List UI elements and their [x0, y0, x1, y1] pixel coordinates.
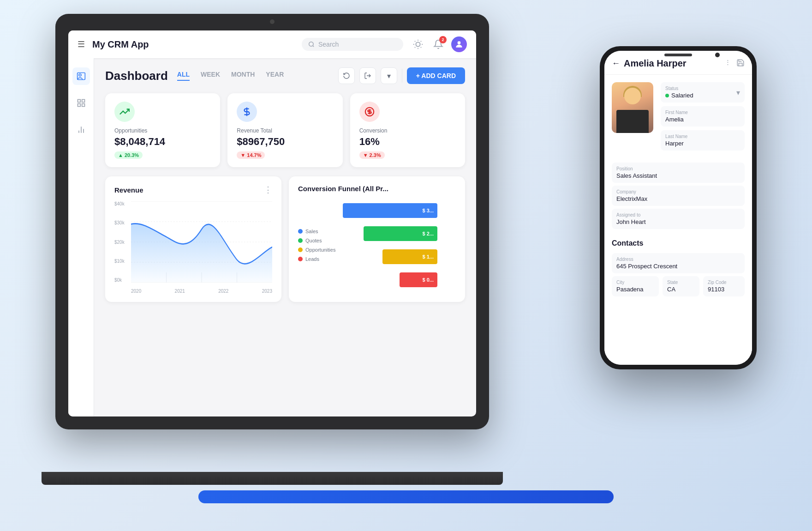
y-axis: $40k $30k $20k $10k $0k — [114, 201, 125, 283]
search-box[interactable]: Search — [302, 38, 403, 51]
conversion-badge: ▼ 2.3% — [359, 151, 385, 159]
header-icons: 2 — [411, 36, 467, 52]
add-card-button[interactable]: + ADD CARD — [407, 67, 465, 84]
company-value: ElectrixMax — [616, 195, 740, 202]
laptop-camera — [270, 19, 275, 24]
svg-rect-14 — [82, 100, 84, 103]
sidebar-item-contacts[interactable] — [72, 67, 90, 85]
svg-rect-11 — [77, 73, 85, 80]
assigned-label: Assigned to — [616, 212, 740, 217]
sidebar — [68, 58, 94, 416]
contact-nav-icons: ⋮ — [725, 59, 745, 68]
status-field: Status Salaried ▾ — [661, 82, 745, 103]
svg-rect-13 — [78, 100, 80, 103]
contact-info: Status Salaried ▾ First Na — [604, 75, 752, 239]
legend-sales: Sales — [298, 229, 335, 234]
save-icon[interactable] — [736, 59, 745, 68]
avatar[interactable] — [451, 36, 467, 52]
svg-line-4 — [415, 41, 415, 42]
tab-month[interactable]: MONTH — [231, 71, 255, 81]
bottom-bar — [198, 490, 614, 503]
revenue-chart-header: Revenue ⋮ — [114, 185, 272, 195]
funnel-bars: $ 3... $ 2... $ 1... $ 0... — [343, 199, 456, 291]
x-axis: 2020 2021 2022 2023 — [131, 289, 272, 294]
contact-fields: Status Salaried ▾ First Na — [661, 82, 745, 153]
search-placeholder: Search — [318, 41, 339, 48]
contacts-section: Contacts Address 645 Prospect Crescent C… — [604, 239, 752, 296]
city-label: City — [616, 280, 654, 285]
contact-detail-view: ← Amelia Harper ⋮ — [604, 51, 752, 365]
back-button[interactable]: ← — [612, 59, 620, 68]
state-value: CA — [667, 286, 695, 293]
svg-point-1 — [416, 42, 420, 46]
laptop-base — [42, 472, 503, 485]
status-label: Status — [665, 86, 693, 91]
position-label: Position — [616, 166, 740, 171]
svg-point-10 — [458, 41, 461, 44]
page-title: Dashboard — [105, 69, 168, 83]
revenue-value: $8967,750 — [237, 136, 333, 148]
address-value: 645 Prospect Crescent — [616, 263, 740, 270]
dashboard-actions: ▾ + ADD CARD — [338, 67, 465, 84]
opportunities-label: Opportunities — [114, 127, 211, 134]
position-value: Sales Assistant — [616, 172, 740, 179]
status-indicator — [665, 94, 669, 97]
legend-leads: Leads — [298, 256, 335, 262]
notification-bell[interactable]: 2 — [431, 37, 446, 52]
company-label: Company — [616, 189, 740, 194]
sidebar-item-charts[interactable] — [72, 121, 90, 139]
city-value: Pasadena — [616, 286, 654, 293]
import-button[interactable] — [359, 67, 376, 84]
first-name-value: Amelia — [665, 116, 740, 123]
zip-value: 91103 — [708, 286, 740, 293]
phone-speaker — [664, 54, 692, 56]
dropdown-arrow-button[interactable]: ▾ — [381, 67, 397, 84]
conversion-value: 16% — [359, 136, 456, 148]
sidebar-item-list[interactable] — [72, 94, 90, 112]
tab-week[interactable]: WEEK — [201, 71, 220, 81]
revenue-chart-card: Revenue ⋮ $40k $30k $20k $10k — [105, 176, 281, 302]
more-options-icon[interactable]: ⋮ — [725, 59, 731, 68]
funnel-chart: Sales Quotes Opportunities — [298, 199, 456, 291]
app-header: ☰ My CRM App Search — [68, 30, 476, 58]
last-name-field: Last Name Harper — [661, 130, 745, 151]
state-label: State — [667, 280, 695, 285]
city-field: City Pasadena — [612, 276, 659, 296]
revenue-badge: ▼ 14.7% — [237, 151, 265, 159]
conversion-icon — [359, 102, 380, 122]
tab-all[interactable]: ALL — [177, 71, 190, 81]
funnel-chart-header: Conversion Funnel (All Pr... — [298, 185, 456, 193]
zip-field: Zip Code 91103 — [703, 276, 745, 296]
assigned-field: Assigned to John Heart — [612, 209, 745, 229]
app-title: My CRM App — [92, 39, 294, 50]
tab-year[interactable]: YEAR — [266, 71, 284, 81]
svg-line-5 — [421, 47, 421, 48]
status-dropdown-icon[interactable]: ▾ — [736, 88, 740, 97]
funnel-legend: Sales Quotes Opportunities — [298, 199, 335, 291]
contact-avatar — [612, 82, 653, 133]
revenue-chart-menu[interactable]: ⋮ — [264, 185, 272, 195]
funnel-bar-leads: $ 0... — [400, 272, 437, 287]
conversion-label: Conversion — [359, 127, 456, 134]
first-name-label: First Name — [665, 110, 740, 115]
dashboard-header: Dashboard ALL WEEK MONTH YEAR — [105, 67, 465, 84]
refresh-button[interactable] — [338, 67, 355, 84]
revenue-icon — [237, 102, 257, 122]
position-field: Position Sales Assistant — [612, 163, 745, 183]
laptop-screen: ☰ My CRM App Search — [68, 30, 476, 416]
hamburger-icon[interactable]: ☰ — [78, 39, 85, 49]
funnel-bar-opportunities: $ 1... — [382, 249, 437, 264]
address-row: City Pasadena State CA Zip Code 91103 — [612, 276, 745, 296]
legend-quotes: Quotes — [298, 238, 335, 243]
sun-icon[interactable] — [411, 37, 425, 52]
revenue-chart: $40k $30k $20k $10k $0k — [114, 201, 272, 294]
svg-rect-16 — [82, 104, 84, 107]
header-divider — [402, 69, 402, 83]
laptop-device: ☰ My CRM App Search — [55, 14, 489, 485]
phone-device: ← Amelia Harper ⋮ — [600, 46, 757, 369]
tab-bar: ALL WEEK MONTH YEAR — [177, 71, 329, 81]
search-icon — [308, 41, 315, 48]
avatar-head — [624, 88, 641, 104]
legend-opportunities: Opportunities — [298, 247, 335, 253]
last-name-value: Harper — [665, 140, 740, 147]
